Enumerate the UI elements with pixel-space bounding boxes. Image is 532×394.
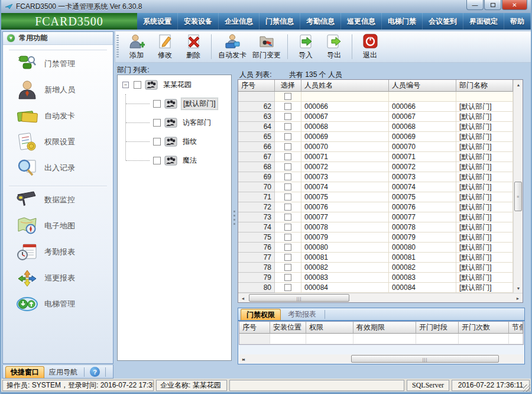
col-header-code[interactable]: 人员编号	[389, 80, 456, 92]
scroll-right-icon[interactable]: ►	[513, 293, 523, 303]
scrollbar-thumb[interactable]: ≡	[514, 182, 522, 211]
menu-item[interactable]: 门禁信息	[259, 13, 300, 30]
exit-button[interactable]: 退出	[356, 33, 384, 62]
perm-col-permission[interactable]: 权限	[306, 322, 353, 334]
add-button[interactable]: 添加	[122, 33, 151, 62]
perm-col-location[interactable]: 安装位置	[270, 322, 306, 334]
scroll-left-icon[interactable]: ◄	[238, 293, 248, 303]
table-row[interactable]: 76 000080 000080 [默认部门]	[238, 243, 513, 253]
help-icon[interactable]: ?	[90, 367, 100, 377]
table-row[interactable]: 78 000082 000082 [默认部门]	[238, 263, 513, 273]
sidebar-item-attendance[interactable]: 考勤报表	[3, 239, 113, 265]
export-button[interactable]: 导出	[320, 33, 348, 62]
table-row[interactable]: 73 000077 000077 [默认部门]	[238, 212, 513, 222]
col-header-dept[interactable]: 部门名称	[456, 80, 513, 92]
row-checkbox[interactable]	[284, 163, 291, 170]
col-header-name[interactable]: 人员姓名	[301, 80, 389, 92]
menu-item[interactable]: 电梯门禁	[382, 13, 423, 30]
horizontal-scrollbar[interactable]: ◄ ||| ►	[239, 354, 524, 363]
close-button[interactable]: ✕	[502, 0, 527, 10]
tree-node-label[interactable]: 某某花园	[161, 79, 193, 91]
menu-item[interactable]: 考勤信息	[300, 13, 341, 30]
table-row[interactable]: 70 000074 000074 [默认部门]	[238, 182, 513, 192]
resize-grip[interactable]	[523, 385, 530, 392]
filter-dept-cell[interactable]	[456, 92, 513, 102]
maximize-button[interactable]	[484, 0, 501, 10]
tab-quick-window[interactable]: 快捷窗口	[5, 366, 44, 378]
table-row[interactable]: 75 000079 000079 [默认部门]	[238, 232, 513, 243]
perm-col-opencount[interactable]: 开门次数	[459, 322, 509, 334]
sidebar-item-permission[interactable]: 权限设置	[3, 129, 113, 155]
row-checkbox[interactable]	[284, 183, 291, 190]
sidebar-item-add-person[interactable]: 新增人员	[3, 77, 113, 103]
tab-attendance-report[interactable]: 考勤报表	[282, 309, 322, 320]
row-checkbox[interactable]	[284, 153, 291, 160]
scroll-right-icon[interactable]: ►	[239, 354, 248, 364]
row-checkbox[interactable]	[284, 133, 291, 140]
menu-item[interactable]: 安装设备	[178, 13, 219, 30]
sidebar-item-access-mgmt[interactable]: 门禁管理	[3, 51, 113, 77]
table-row[interactable]: 77 000081 000081 [默认部门]	[238, 253, 513, 263]
vertical-splitter[interactable]	[232, 75, 236, 361]
sidebar-item-auto-card[interactable]: 自动发卡	[3, 103, 113, 129]
table-row[interactable]: 62 000066 000066 [默认部门]	[238, 102, 513, 112]
tab-app-navigation[interactable]: 应用导航	[44, 366, 82, 378]
col-header-seq[interactable]: 序号	[238, 80, 275, 92]
row-checkbox[interactable]	[284, 254, 291, 261]
sidebar-item-emap[interactable]: 电子地图	[3, 213, 113, 239]
row-checkbox[interactable]	[284, 274, 291, 281]
table-row[interactable]: 64 000068 000068 [默认部门]	[238, 122, 513, 132]
table-row[interactable]: 65 000069 000069 [默认部门]	[238, 132, 513, 142]
perm-col-seq[interactable]: 序号	[239, 322, 270, 334]
table-row[interactable]: 63 000067 000067 [默认部门]	[238, 112, 513, 122]
perm-col-timeslot[interactable]: 开门时段	[416, 322, 459, 334]
filter-name-cell[interactable]	[301, 92, 389, 102]
menu-item[interactable]: 企业信息	[219, 13, 259, 30]
row-checkbox[interactable]	[284, 264, 291, 271]
row-checkbox[interactable]	[284, 214, 291, 221]
tree-node-label[interactable]: 指纹	[181, 136, 199, 147]
sidebar-item-records[interactable]: 出入记录	[3, 155, 113, 181]
sidebar-item-patrol[interactable]: 巡更报表	[3, 265, 113, 291]
col-header-select[interactable]: 选择	[275, 80, 301, 92]
import-button[interactable]: 导入	[291, 33, 320, 62]
toolbar-grip[interactable]	[116, 35, 119, 59]
minimize-button[interactable]: —	[466, 0, 484, 10]
tree-checkbox[interactable]	[153, 157, 161, 164]
row-checkbox[interactable]	[284, 234, 291, 241]
select-all-checkbox[interactable]	[284, 93, 291, 100]
delete-button[interactable]: 删除	[179, 33, 207, 62]
row-checkbox[interactable]	[284, 284, 291, 291]
scrollbar-thumb[interactable]: |||	[351, 355, 499, 363]
perm-col-validity[interactable]: 有效期限	[353, 322, 416, 334]
table-row[interactable]: 71 000075 000075 [默认部门]	[238, 192, 513, 202]
table-row[interactable]: 67 000071 000071 [默认部门]	[238, 152, 513, 162]
table-row[interactable]: 79 000083 000083 [默认部门]	[238, 273, 513, 283]
menu-item[interactable]: 帮助	[504, 13, 531, 30]
row-checkbox[interactable]	[284, 193, 291, 201]
menu-item[interactable]: 会议签到	[423, 13, 463, 30]
table-row[interactable]: 74 000078 000078 [默认部门]	[238, 222, 513, 232]
vertical-scrollbar[interactable]: ▲ ≡ ▼	[513, 80, 523, 293]
row-checkbox[interactable]	[284, 143, 291, 150]
dept-change-button[interactable]: 部门变更	[249, 33, 284, 62]
sidebar-item-elevator[interactable]: 电梯管理	[3, 291, 113, 317]
table-row[interactable]: 68 000072 000072 [默认部门]	[238, 162, 513, 172]
filter-code-cell[interactable]	[389, 92, 456, 102]
edit-button[interactable]: 修改	[151, 33, 179, 62]
auto-issue-card-button[interactable]: 自动发卡	[215, 33, 249, 62]
row-checkbox[interactable]	[284, 224, 291, 231]
tree-node-label[interactable]: 魔法	[181, 155, 199, 166]
row-checkbox[interactable]	[284, 244, 291, 251]
tree-node-label[interactable]: 访客部门	[181, 117, 213, 128]
table-row[interactable]: 80 000084 000084 [默认部门]	[238, 283, 513, 293]
collapse-panel-icon[interactable]: ▼	[7, 34, 15, 43]
table-row[interactable]: 69 000073 000073 [默认部门]	[238, 172, 513, 182]
row-checkbox[interactable]	[284, 113, 291, 120]
scroll-up-icon[interactable]: ▲	[514, 80, 523, 89]
table-row[interactable]: 66 000070 000070 [默认部门]	[238, 142, 513, 152]
collapse-node-icon[interactable]: −	[122, 82, 129, 88]
perm-col-holiday[interactable]: 节假	[509, 322, 523, 334]
scrollbar-thumb[interactable]: |||	[249, 294, 349, 302]
menu-item[interactable]: 巡更信息	[341, 13, 382, 30]
